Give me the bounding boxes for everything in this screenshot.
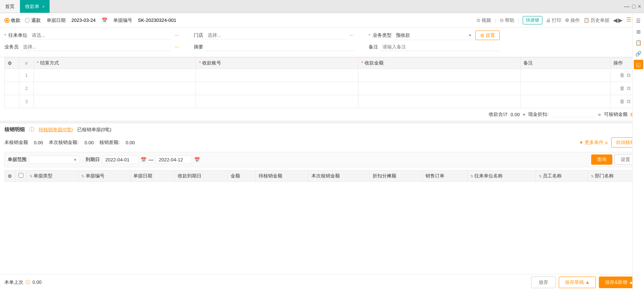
th-doc-date: 单据日期 — [130, 171, 174, 182]
nav-right[interactable]: ▶ — [618, 17, 623, 24]
calendar-icon-date[interactable]: 📅 — [102, 17, 107, 23]
nav-arrows: ◀ ▶ — [613, 17, 623, 24]
settings-button[interactable]: ⚙ 设置 — [475, 31, 500, 40]
save-draft-label: 保存草稿 — [565, 279, 584, 286]
range-select[interactable]: ▾ — [29, 156, 80, 164]
sidebar-btn-expand[interactable]: ◱ — [634, 60, 643, 69]
th-settlement: * 结算方式 — [34, 58, 196, 69]
footer-info-icon[interactable]: ⓘ — [25, 279, 30, 286]
print-btn[interactable]: 🖨 打印 — [546, 17, 561, 24]
counterpart-more-icon[interactable]: ··· — [174, 32, 179, 39]
more-conditions-btn[interactable]: ▼ 更多条件 ∧ — [579, 139, 608, 146]
operations-btn[interactable]: ⚙ 操作 — [565, 17, 580, 24]
last-value: 0.00 — [32, 279, 42, 285]
tab-receipt[interactable]: 收款单 × — [20, 0, 50, 13]
sidebar-btn-link[interactable]: 🔗 — [634, 49, 643, 58]
business-type-select[interactable]: 预收款 ▾ — [394, 31, 473, 40]
due-date-to-input[interactable] — [156, 156, 192, 164]
tab-home[interactable]: 首页 — [0, 0, 20, 13]
row-copy-3[interactable]: ⧉ — [627, 98, 631, 105]
td-settlement-2[interactable] — [34, 82, 196, 95]
row-delete-3[interactable]: 🗑 — [620, 98, 625, 105]
query-btn[interactable]: 查询 — [591, 154, 612, 165]
window-maximize[interactable]: □ — [632, 3, 636, 10]
td-amount-2[interactable] — [358, 82, 520, 95]
td-note-2[interactable] — [521, 82, 610, 95]
window-close[interactable]: × — [638, 3, 641, 10]
window-minimize[interactable]: — — [624, 3, 630, 10]
hexiao-info-icon[interactable]: ⓘ — [29, 126, 34, 133]
calendar-icon-to[interactable]: 📅 — [194, 157, 200, 162]
abandon-btn[interactable]: 放弃 — [531, 277, 556, 288]
th-checkbox-col — [16, 171, 27, 182]
shortcut-btn[interactable]: 快捷键 — [523, 16, 542, 24]
gear-bottom-icon[interactable]: ⚙ — [8, 173, 12, 179]
td-account-2[interactable] — [196, 82, 358, 95]
row-copy-1[interactable]: ⧉ — [627, 72, 631, 78]
row-delete-2[interactable]: 🗑 — [620, 85, 625, 91]
sidebar-btn-table[interactable]: ☰ — [634, 16, 643, 26]
td-settlement-1[interactable] — [34, 69, 196, 82]
range-chevron-icon: ▾ — [74, 157, 76, 162]
td-amount-1[interactable] — [358, 69, 520, 82]
settings-btn-label: 设置 — [486, 32, 495, 39]
tab-receipt-label: 收款单 — [25, 3, 39, 10]
table-row: 2 🗑 ⧉ — [5, 82, 640, 95]
td-note-1[interactable] — [521, 69, 610, 82]
td-account-1[interactable] — [196, 69, 358, 82]
th-settings[interactable]: ⚙ — [5, 58, 19, 69]
staff-more-icon[interactable]: ··· — [174, 44, 179, 50]
th-staff[interactable]: ⇅ 员工名称 — [536, 171, 588, 182]
radio-receive[interactable]: 收款 — [4, 17, 20, 24]
row-copy-2[interactable]: ⧉ — [627, 85, 631, 91]
th-amount: * 收款金额 — [358, 58, 520, 69]
th-counterpart[interactable]: ⇅ 往来单位名称 — [467, 171, 535, 182]
radio-group: 收款 退款 — [4, 17, 41, 24]
td-settlement-3[interactable] — [34, 95, 196, 108]
unchecked-value: 0.00 — [34, 140, 43, 145]
td-settings-3 — [5, 95, 19, 108]
td-note-3[interactable] — [521, 95, 610, 108]
store-input[interactable] — [205, 31, 346, 39]
store-label: 门店 — [194, 32, 203, 39]
view-list-icon[interactable]: ☰ — [626, 16, 631, 24]
gear-icon[interactable]: ⚙ — [8, 60, 12, 66]
settings-gear-icon: ⚙ — [480, 33, 484, 38]
store-more-icon[interactable]: ··· — [349, 32, 354, 39]
row-delete-1[interactable]: 🗑 — [620, 72, 625, 78]
toolbar: 收款 退款 单据日期 2023-03-24 📅 单据编号 SK-20230324… — [0, 13, 644, 28]
hexiao-pending-tab[interactable]: 待核销单据(0笔) — [39, 126, 73, 133]
td-account-3[interactable] — [196, 95, 358, 108]
th-current-hexiao-label: 本次核销金额 — [311, 173, 340, 179]
sidebar-btn-grid[interactable]: ⊞ — [634, 27, 643, 36]
th-doc-number[interactable]: ⇅ 单据编号 — [78, 171, 130, 182]
video-label: 视频 — [482, 17, 491, 24]
th-dept[interactable]: ⇅ 部门名称 — [588, 171, 639, 182]
sidebar-btn-clipboard[interactable]: 📋 — [634, 38, 643, 47]
note-input[interactable] — [380, 43, 500, 51]
th-doc-type[interactable]: ⇅ 单据类型 — [27, 171, 78, 182]
help-btn[interactable]: ⊙ 帮助 — [500, 17, 514, 24]
counterpart-input[interactable] — [30, 31, 171, 39]
print-label: 打印 — [552, 17, 561, 24]
save-draft-btn[interactable]: 保存草稿 ▲ — [559, 277, 596, 288]
summary-field: 摘要 — [179, 43, 354, 51]
hexiao-done-tab[interactable]: 已核销单据(0笔) — [77, 126, 111, 133]
due-date-from-input[interactable] — [102, 156, 138, 164]
tab-receipt-close[interactable]: × — [42, 4, 44, 9]
td-amount-3[interactable] — [358, 95, 520, 108]
th-doc-number-label: 单据编号 — [86, 173, 105, 179]
staff-input[interactable] — [21, 43, 171, 51]
last-order-label: 本单上次 — [4, 279, 23, 286]
sort-icon-type: ⇅ — [30, 174, 32, 178]
radio-refund[interactable]: 退款 — [25, 17, 41, 24]
history-btn[interactable]: 📋 历史单据 — [584, 17, 609, 24]
summary-input[interactable] — [205, 43, 354, 51]
select-all-checkbox[interactable] — [19, 173, 23, 178]
th-account: * 收款账号 — [196, 58, 358, 69]
calendar-icon-from[interactable]: 📅 — [141, 157, 146, 162]
due-date-label: 到期日 — [86, 156, 100, 163]
nav-left[interactable]: ◀ — [613, 17, 617, 24]
discount-input[interactable] — [551, 111, 595, 117]
video-btn[interactable]: ⊙ 视频 — [476, 17, 491, 24]
